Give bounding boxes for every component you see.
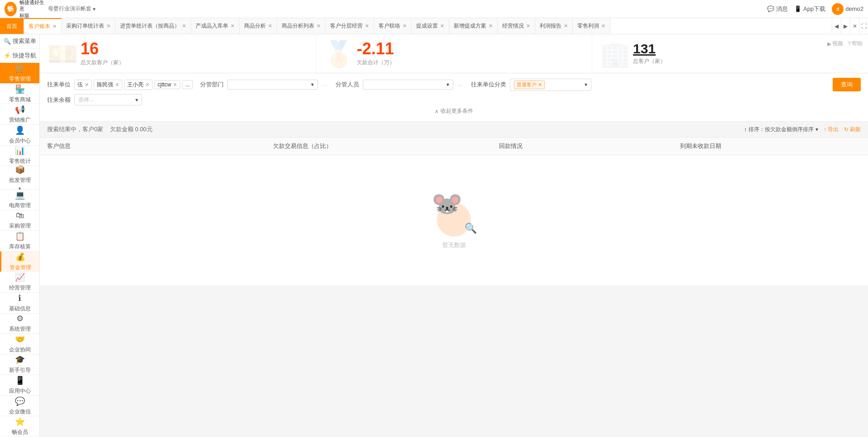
collapse-btn[interactable]: ∧ 收起更多条件 (47, 105, 861, 117)
tab-profit-report[interactable]: 利润报告 ✕ (535, 18, 573, 34)
sidebar-item-wholesale[interactable]: 📦 批发管理 ▾ (0, 166, 39, 190)
remove-category-tag[interactable]: ✕ (538, 82, 542, 88)
app-center-icon: 📱 (15, 375, 25, 385)
close-tab-retail-profit[interactable]: ✕ (601, 24, 605, 28)
stats-icon: 📊 (15, 146, 25, 156)
tab-product-analysis-list[interactable]: 商品分析列表 ✕ (277, 18, 326, 34)
mouse-icon: 🐭 (432, 191, 463, 216)
inventory-icon: 📋 (15, 231, 25, 241)
top-bar: 畅 畅捷通好生意 标版 母婴行业演示帐套 ▾ 💬 消息 📱 App下载 d de… (0, 0, 868, 18)
table-header: 客户信息 欠款交易信息（占比） 回款情况 到期未收款日期 (40, 137, 868, 155)
person-label: 分管人员 (336, 81, 359, 89)
operation-icon: 📈 (15, 272, 25, 282)
sidebar-item-member[interactable]: 👤 会员中心 (0, 125, 39, 146)
tab-product-analysis[interactable]: 商品分析 ✕ (240, 18, 277, 34)
close-tab-customer-layer[interactable]: ✕ (365, 24, 369, 28)
sidebar-item-app-center[interactable]: 📱 应用中心 (0, 375, 39, 396)
sort-icon: ↕ (744, 126, 747, 133)
refresh-button[interactable]: ↻ 刷新 (844, 126, 861, 133)
stat-number-customers: 16 (81, 41, 124, 57)
close-tab-product-list[interactable]: ✕ (317, 24, 321, 28)
sidebar-item-retail-mall[interactable]: 🏪 零售商城 (0, 84, 39, 104)
sidebar-item-vip[interactable]: ⭐ 畅会员 (0, 416, 39, 437)
video-icon: ▶ (827, 41, 831, 47)
sidebar-item-retail[interactable]: 🛒 零售管理 (0, 63, 39, 84)
sidebar-item-basic-info[interactable]: ℹ 基础信息 (0, 293, 39, 314)
remove-tag-cjttcw[interactable]: ✕ (173, 82, 177, 88)
remove-tag-chen[interactable]: ✕ (115, 82, 119, 88)
basic-info-icon: ℹ (18, 293, 21, 303)
close-tab-product-analysis[interactable]: ✕ (268, 24, 272, 28)
export-button[interactable]: ↑ 导出 (824, 126, 839, 133)
video-btn[interactable]: ▶ 视频 (827, 40, 843, 48)
close-tab-operation[interactable]: ✕ (526, 24, 530, 28)
sidebar-item-operation[interactable]: 📈 经营管理 (0, 272, 39, 293)
top-bar-left: 畅 畅捷通好生意 标版 母婴行业演示帐套 ▾ (5, 0, 96, 19)
sidebar-quick-nav[interactable]: ⚡ 快捷导航 (0, 49, 39, 63)
message-btn[interactable]: 💬 消息 (767, 5, 788, 13)
remove-tag-wu[interactable]: ✕ (85, 82, 89, 88)
sidebar-item-finance[interactable]: 💰 资金管理 (0, 252, 39, 272)
close-tab-purchase[interactable]: ✕ (106, 24, 110, 28)
tab-product-storage[interactable]: 产成品入库单 ✕ (191, 18, 240, 34)
result-actions: ↕ 排序：按欠款金额倒序排序 ▾ ↑ 导出 ↻ 刷新 (744, 126, 861, 133)
close-tab-contact[interactable]: ✕ (403, 24, 407, 28)
query-button[interactable]: 查询 (833, 78, 861, 91)
close-tab-customer-ledger[interactable]: ✕ (53, 24, 57, 29)
sidebar-item-marketing[interactable]: 📢 营销推广 (0, 104, 39, 125)
category-select[interactable]: 普通客户 ✕ ▾ (510, 79, 591, 91)
nav-next-btn[interactable]: ▶ (841, 18, 850, 34)
app-download-btn[interactable]: 📱 App下载 (794, 5, 825, 13)
category-label: 往来单位分类 (471, 81, 506, 89)
sidebar-item-collaboration[interactable]: 🤝 企业协同 (0, 334, 39, 355)
retail-icon: 🛒 (15, 63, 25, 73)
nav-expand-btn[interactable]: ⛶ (859, 18, 868, 34)
tab-customer-ledger[interactable]: 客户账本 ✕ (24, 18, 62, 34)
stats-row: 💴 16 总欠款客户（家） 🏅 -2.11 欠款合计（万） ▶ (40, 34, 868, 73)
tab-purchase-order-stats[interactable]: 采购订单统计表 ✕ (62, 18, 115, 34)
close-tab-inbound[interactable]: ✕ (182, 24, 186, 28)
tab-customer-contact[interactable]: 客户联络 ✕ (374, 18, 412, 34)
dept-select[interactable]: ▾ (227, 80, 318, 90)
close-tab-commission[interactable]: ✕ (440, 24, 444, 28)
sidebar-item-guide[interactable]: 🎓 新手引导 (0, 355, 39, 375)
system-icon: ⚙ (16, 314, 24, 323)
balance-select[interactable]: 选择... ▾ (74, 94, 142, 105)
tab-operation[interactable]: 经营情况 ✕ (498, 18, 535, 34)
tab-retail-profit[interactable]: 零售利润 ✕ (573, 18, 610, 34)
balance-label: 往来余额 (47, 96, 71, 104)
tab-customer-layer[interactable]: 客户分层经营 ✕ (326, 18, 374, 34)
sidebar-item-inventory[interactable]: 📋 库存核算 (0, 231, 39, 252)
unit-label: 往来单位 (47, 81, 71, 89)
account-dropdown[interactable]: 母婴行业演示帐套 ▾ (48, 5, 96, 13)
message-icon: 💬 (767, 5, 774, 12)
sidebar-item-purchase[interactable]: 🛍 采购管理 (0, 210, 39, 231)
tab-add-commission[interactable]: 新增提成方案 ✕ (449, 18, 498, 34)
nav-tabs: 首页 客户账本 ✕ 采购订单统计表 ✕ 进货单统计表（按商品） ✕ 产成品入库单… (0, 18, 868, 34)
sidebar-search[interactable]: 🔍 搜索菜单 (0, 34, 39, 49)
stat-label-debt: 欠款合计（万） (357, 59, 395, 66)
filter-tag-more[interactable]: ... (182, 80, 193, 89)
tab-inbound-stats[interactable]: 进货单统计表（按商品） ✕ (115, 18, 191, 34)
nav-arrows: ◀ ▶ ✕ ⛶ (832, 18, 868, 34)
sidebar-item-retail-stats[interactable]: 📊 零售统计 (0, 146, 39, 166)
close-tab-profit[interactable]: ✕ (564, 24, 568, 28)
remove-tag-wang[interactable]: ✕ (145, 82, 149, 88)
search-icon: 🔍 (4, 38, 11, 45)
sidebar-item-ecommerce[interactable]: 💻 电商管理 (0, 190, 39, 210)
sort-button[interactable]: ↕ 排序：按欠款金额倒序排序 ▾ (744, 126, 818, 133)
tab-commission-settings[interactable]: 提成设置 ✕ (412, 18, 449, 34)
sidebar-item-wecom[interactable]: 💬 企业微信 (0, 396, 39, 417)
nav-prev-btn[interactable]: ◀ (832, 18, 841, 34)
col-header-return: 回款情况 (499, 142, 680, 150)
sidebar-item-system[interactable]: ⚙ 系统管理 (0, 314, 39, 334)
nav-close-all-btn[interactable]: ✕ (850, 18, 859, 34)
help-btn[interactable]: ? 帮助 (848, 40, 863, 48)
search-magnifier-icon: 🔍 (465, 223, 477, 234)
dept-label: 分管部门 (200, 81, 224, 89)
close-tab-add-commission[interactable]: ✕ (489, 24, 493, 28)
user-area[interactable]: d demo2 (832, 3, 863, 15)
close-tab-storage[interactable]: ✕ (230, 24, 235, 28)
person-select[interactable]: ▾ (363, 80, 453, 90)
tab-home[interactable]: 首页 (0, 18, 24, 34)
